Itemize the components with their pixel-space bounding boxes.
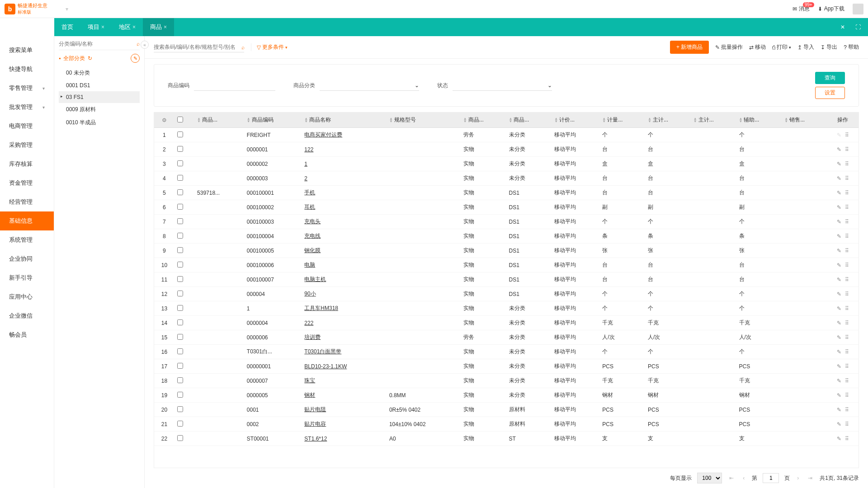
edit-icon[interactable]: ✎	[837, 277, 841, 283]
more-icon[interactable]: ⠿	[845, 175, 849, 182]
help-button[interactable]: ?帮助	[844, 43, 859, 51]
cell-name-link[interactable]: 耳机	[302, 200, 387, 215]
more-icon[interactable]: ⠿	[845, 407, 849, 413]
column-settings-button[interactable]: ⚙	[154, 113, 175, 128]
cell-name-link[interactable]: 手机	[302, 186, 387, 200]
row-checkbox[interactable]	[175, 287, 194, 301]
edit-icon[interactable]: ✎	[837, 305, 841, 312]
tab-商品[interactable]: 商品×	[143, 18, 174, 36]
category-item[interactable]: 03 FS1	[59, 91, 140, 103]
category-all[interactable]: ▪ 全部分类 ↻ ✎	[59, 54, 140, 63]
cell-name-link[interactable]: 贴片电容	[302, 417, 387, 432]
more-icon[interactable]: ⠿	[845, 190, 849, 196]
edit-icon[interactable]: ✎	[837, 175, 841, 182]
sidebar-item-系统管理[interactable]: 系统管理	[0, 230, 54, 249]
cell-name-link[interactable]: 珠宝	[302, 374, 387, 388]
edit-icon[interactable]: ✎	[837, 407, 841, 413]
filter-category-select[interactable]: ⌄	[320, 80, 419, 91]
edit-icon[interactable]: ✎	[837, 190, 841, 196]
row-checkbox[interactable]	[175, 244, 194, 258]
last-page-button[interactable]: ⇥	[806, 475, 814, 481]
row-checkbox[interactable]	[175, 142, 194, 157]
print-button[interactable]: ⎙打印▾	[772, 43, 791, 51]
edit-icon[interactable]: ✎	[837, 233, 841, 239]
more-filter-button[interactable]: ▽ 更多条件 ▾	[251, 43, 288, 51]
cell-name-link[interactable]: 钢材	[302, 388, 387, 403]
more-icon[interactable]: ⠿	[845, 392, 849, 399]
edit-icon[interactable]: ✎	[837, 161, 841, 167]
column-header[interactable]: ▲▼主计...	[691, 113, 736, 128]
filter-status-select[interactable]: ⌄	[453, 80, 552, 91]
column-header[interactable]: ▲▼规格型号	[387, 113, 461, 128]
sidebar-item-批发管理[interactable]: 批发管理▾	[0, 98, 54, 117]
sidebar-item-搜索菜单[interactable]: 搜索菜单	[0, 41, 54, 60]
more-icon[interactable]: ⠿	[845, 262, 849, 268]
filter-code-input[interactable]	[194, 80, 275, 91]
row-checkbox[interactable]	[175, 330, 194, 345]
cell-name-link[interactable]: 2	[302, 171, 387, 186]
category-item[interactable]: 0001 DS1	[59, 80, 140, 91]
row-checkbox[interactable]	[175, 417, 194, 432]
column-header[interactable]: ▲▼计价...	[552, 113, 599, 128]
edit-icon[interactable]: ✎	[837, 421, 841, 427]
row-checkbox[interactable]	[175, 403, 194, 417]
tab-项目[interactable]: 项目×	[80, 18, 112, 36]
cell-name-link[interactable]: 钢化膜	[302, 244, 387, 258]
first-page-button[interactable]: ⇤	[727, 475, 736, 481]
next-page-button[interactable]: ›	[795, 475, 801, 481]
cell-name-link[interactable]: T0301白面黑带	[302, 345, 387, 359]
cell-name-link[interactable]: ST1.6*12	[302, 432, 387, 446]
collapse-panel-button[interactable]: «	[141, 41, 149, 49]
fullscreen-button[interactable]: ⛶	[853, 22, 863, 33]
export-button[interactable]: ↧导出	[821, 43, 837, 51]
column-header[interactable]: ▲▼商品...	[506, 113, 552, 128]
cell-name-link[interactable]: 电脑主机	[302, 272, 387, 287]
row-checkbox[interactable]	[175, 316, 194, 330]
more-icon[interactable]: ⠿	[845, 291, 849, 297]
more-icon[interactable]: ⠿	[845, 233, 849, 239]
more-icon[interactable]: ⠿	[845, 277, 849, 283]
cell-name-link[interactable]: 充电线	[302, 229, 387, 244]
sidebar-item-畅会员[interactable]: 畅会员	[0, 325, 54, 344]
edit-icon[interactable]: ✎	[837, 349, 841, 355]
column-header[interactable]: ▲▼商品...	[194, 113, 244, 128]
cell-name-link[interactable]: 电脑	[302, 258, 387, 272]
more-icon[interactable]: ⠿	[845, 248, 849, 254]
column-header[interactable]: ▲▼销售...	[782, 113, 827, 128]
category-search-input[interactable]	[59, 41, 137, 47]
cell-name-link[interactable]: BLD10-23-1.1KW	[302, 359, 387, 374]
select-all-checkbox[interactable]	[175, 113, 194, 128]
sidebar-item-基础信息[interactable]: 基础信息	[0, 211, 54, 230]
column-header[interactable]: ▲▼商品...	[461, 113, 506, 128]
sidebar-item-快捷导航[interactable]: 快捷导航	[0, 60, 54, 79]
edit-icon[interactable]: ✎	[837, 436, 841, 442]
cell-name-link[interactable]: 培训费	[302, 330, 387, 345]
search-icon[interactable]: ⌕	[137, 41, 140, 47]
cell-name-link[interactable]: 222	[302, 316, 387, 330]
row-checkbox[interactable]	[175, 258, 194, 272]
more-icon[interactable]: ⠿	[845, 421, 849, 427]
more-icon[interactable]: ⠿	[845, 320, 849, 326]
category-item[interactable]: 0009 原材料	[59, 103, 140, 116]
cell-name-link[interactable]: 工具车HM318	[302, 301, 387, 316]
row-checkbox[interactable]	[175, 301, 194, 316]
row-checkbox[interactable]	[175, 157, 194, 171]
more-icon[interactable]: ⠿	[845, 146, 849, 153]
row-checkbox[interactable]	[175, 345, 194, 359]
sidebar-item-经营管理[interactable]: 经营管理	[0, 192, 54, 211]
close-icon[interactable]: ×	[132, 24, 136, 30]
row-checkbox[interactable]	[175, 215, 194, 229]
column-header[interactable]: ▲▼计量...	[599, 113, 645, 128]
edit-icon[interactable]: ✎	[837, 132, 841, 138]
more-icon[interactable]: ⠿	[845, 363, 849, 370]
product-search-input[interactable]	[154, 42, 244, 52]
row-checkbox[interactable]	[175, 186, 194, 200]
column-header[interactable]: ▲▼主计...	[645, 113, 691, 128]
messages-button[interactable]: ✉ 消息 99+	[793, 5, 810, 13]
tab-首页[interactable]: 首页	[54, 18, 80, 36]
header-dropdown[interactable]: ▾	[47, 6, 793, 12]
category-item[interactable]: 00 未分类	[59, 66, 140, 80]
sidebar-item-库存核算[interactable]: 库存核算	[0, 155, 54, 174]
edit-icon[interactable]: ✎	[837, 392, 841, 399]
row-checkbox[interactable]	[175, 171, 194, 186]
